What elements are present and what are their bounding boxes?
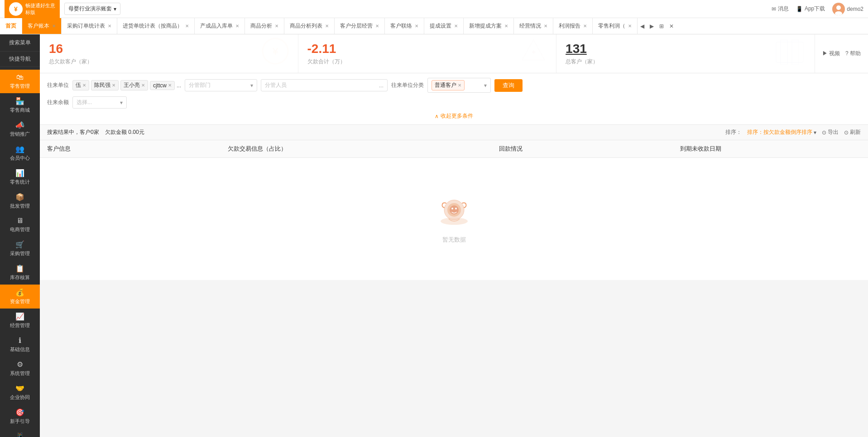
tab-close-icon[interactable]: ✕ xyxy=(275,24,278,28)
unit-tag-4-close[interactable]: ✕ xyxy=(168,83,172,88)
svg-rect-9 xyxy=(792,40,799,65)
purchase-mgmt-icon: 🛒 xyxy=(15,240,24,249)
tab-nav-close[interactable]: ✕ xyxy=(667,18,676,34)
sidebar-item-purchase-mgmt[interactable]: 🛒 采购管理 xyxy=(0,237,40,261)
tab-customer-book[interactable]: 客户账本 ✕ xyxy=(22,18,62,34)
tab-close-icon[interactable]: ✕ xyxy=(454,24,458,28)
sidebar-item-marketing[interactable]: 📣 营销推广 xyxy=(0,117,40,141)
unit-type-tag-close[interactable]: ✕ xyxy=(458,83,461,88)
sort-dropdown[interactable]: 排序：按欠款金额倒序排序 ▾ xyxy=(747,128,816,136)
content-area: ¥ 16 总欠款客户（家） ✦ -2.11 欠款合计（万） xyxy=(40,34,868,437)
unit-tag-1: 伍 ✕ xyxy=(72,80,89,90)
finance-mgmt-icon: 💰 xyxy=(15,288,24,297)
tab-close-icon[interactable]: ✕ xyxy=(583,24,587,28)
tab-product-analysis-list[interactable]: 商品分析列表 ✕ xyxy=(284,18,335,34)
tab-profit-report[interactable]: 利润报告 ✕ xyxy=(553,18,593,34)
filter-row-2: 往来余额 选择... ▾ xyxy=(47,96,861,109)
unit-type-arrow: ▾ xyxy=(484,82,487,89)
tab-new-promotion-plan[interactable]: 新增提成方案 ✕ xyxy=(464,18,514,34)
help-icon: ? xyxy=(845,50,849,57)
tab-close-icon[interactable]: ✕ xyxy=(504,24,508,28)
person-more-btn[interactable]: ... xyxy=(379,82,384,89)
sidebar-item-sys-mgmt[interactable]: ⚙ 系统管理 xyxy=(0,356,40,380)
sidebar-item-wholesale-mgmt[interactable]: 📦 批发管理 xyxy=(0,189,40,213)
sidebar-quick-nav[interactable]: 快捷导航 xyxy=(0,52,40,67)
refresh-icon: ⊙ xyxy=(844,129,849,136)
new-guide-icon: 🎯 xyxy=(15,408,24,417)
stat-credit-total-label: 欠款合计（万） xyxy=(307,58,345,66)
tab-nav-expand[interactable]: ⊞ xyxy=(657,18,667,34)
svg-point-14 xyxy=(451,208,453,209)
sidebar-item-ecommerce-mgmt[interactable]: 🖥 电商管理 xyxy=(0,213,40,237)
tab-product-stock[interactable]: 产成品入库单 ✕ xyxy=(195,18,245,34)
help-btn[interactable]: ? 帮助 xyxy=(845,50,861,57)
tab-close-icon[interactable]: ✕ xyxy=(235,24,239,28)
sidebar-item-app-center[interactable]: 📱 应用中心 xyxy=(0,428,40,437)
sys-mgmt-icon: ⚙ xyxy=(17,360,23,369)
retail-mall-icon: 🏪 xyxy=(15,97,24,105)
filter-row-1: 往来单位 伍 ✕ 陈民强 ✕ 王小亮 ✕ cjttcw xyxy=(47,78,861,93)
unit-type-label: 往来单位分类 xyxy=(391,81,424,89)
tab-close-icon[interactable]: ✕ xyxy=(325,24,329,28)
balance-dropdown[interactable]: 选择... ▾ xyxy=(72,96,127,109)
person-input[interactable]: 分管人员 ... xyxy=(261,79,388,91)
sidebar-item-retail-mgmt[interactable]: 🛍 零售管理 xyxy=(0,70,40,93)
sidebar-item-new-guide[interactable]: 🎯 新手引导 xyxy=(0,404,40,428)
logo-icon: ¥ xyxy=(9,2,23,16)
sidebar-item-enterprise-coop[interactable]: 🤝 企业协同 xyxy=(0,380,40,404)
stat-total-customers-value: 131 xyxy=(566,42,587,56)
tab-purchase-stats[interactable]: 进货单统计表（按商品） ✕ xyxy=(117,18,195,34)
tab-home[interactable]: 首页 xyxy=(0,18,22,34)
unit-tag-1-close[interactable]: ✕ xyxy=(82,83,86,88)
tab-close-icon[interactable]: ✕ xyxy=(628,24,632,28)
stat-bg-icon-3 xyxy=(774,38,806,70)
export-btn[interactable]: ⊙ 导出 xyxy=(822,128,839,136)
tab-close-icon[interactable]: ✕ xyxy=(52,24,56,28)
tab-operations[interactable]: 经营情况 ✕ xyxy=(514,18,553,34)
sidebar-item-ops-mgmt[interactable]: 📈 经营管理 xyxy=(0,309,40,332)
refresh-btn[interactable]: ⊙ 刷新 xyxy=(844,128,861,136)
tab-product-analysis[interactable]: 商品分析 ✕ xyxy=(245,18,284,34)
tab-close-icon[interactable]: ✕ xyxy=(544,24,547,28)
tab-retail-profit[interactable]: 零售利润（ ✕ xyxy=(593,18,638,34)
tab-purchase-order[interactable]: 采购订单统计表 ✕ xyxy=(62,18,117,34)
sidebar-item-inventory[interactable]: 📋 库存核算 xyxy=(0,261,40,285)
collapse-btn[interactable]: ∧ 收起更多条件 xyxy=(435,112,473,120)
tab-close-icon[interactable]: ✕ xyxy=(185,24,189,28)
more-tags-btn[interactable]: ... xyxy=(177,82,181,89)
result-bar: 搜索结果中，客户0家 欠款金额 0.00元 排序： 排序：按欠款金额倒序排序 ▾… xyxy=(40,125,868,140)
demo-select[interactable]: 母婴行业演示账套 ▾ xyxy=(64,3,120,15)
video-btn[interactable]: ▶ 视频 xyxy=(822,50,840,57)
tab-customer-contact[interactable]: 客户联络 ✕ xyxy=(385,18,424,34)
sidebar-search-menu[interactable]: 搜索菜单 xyxy=(0,34,40,52)
tab-promotion-settings[interactable]: 提成设置 ✕ xyxy=(424,18,464,34)
dept-dropdown-arrow: ▾ xyxy=(250,82,253,89)
inventory-icon: 📋 xyxy=(15,264,24,273)
video-help: ▶ 视频 ? 帮助 xyxy=(815,50,868,57)
tab-customer-tier[interactable]: 客户分层经营 ✕ xyxy=(335,18,385,34)
sidebar-item-member-center[interactable]: 👥 会员中心 xyxy=(0,141,40,165)
tab-nav-prev[interactable]: ◀ xyxy=(638,18,647,34)
unit-tag-2-close[interactable]: ✕ xyxy=(112,83,115,88)
dept-dropdown[interactable]: 分管部门 ▾ xyxy=(185,79,257,91)
stat-bg-icon-1: ¥ xyxy=(262,38,289,70)
sidebar-item-finance-mgmt[interactable]: 💰 资金管理 xyxy=(0,285,40,309)
retail-stats-icon: 📊 xyxy=(15,169,24,177)
message-btn[interactable]: ✉ 消息 xyxy=(772,5,789,13)
sidebar-item-basic-info[interactable]: ℹ 基础信息 xyxy=(0,332,40,356)
unit-tag-3-close[interactable]: ✕ xyxy=(141,83,145,88)
unit-type-dropdown[interactable]: 普通客户 ✕ ▾ xyxy=(427,78,491,93)
sidebar-item-retail-stats[interactable]: 📊 零售统计 xyxy=(0,165,40,189)
tab-close-icon[interactable]: ✕ xyxy=(375,24,379,28)
tab-close-icon[interactable]: ✕ xyxy=(415,24,418,28)
sidebar-item-retail-mall[interactable]: 🏪 零售商城 xyxy=(0,93,40,117)
tab-close-icon[interactable]: ✕ xyxy=(108,24,111,28)
empty-icon xyxy=(436,194,472,230)
wholesale-mgmt-icon: 📦 xyxy=(15,193,24,201)
stat-bg-icon-2: ✦ xyxy=(520,38,547,70)
user-avatar[interactable]: demo2 xyxy=(832,3,863,15)
tab-nav-next[interactable]: ▶ xyxy=(647,18,657,34)
query-button[interactable]: 查询 xyxy=(494,79,523,92)
logo-area: ¥ 畅捷通好生意 标版 xyxy=(5,0,60,18)
app-download-btn[interactable]: 📱 App下载 xyxy=(796,5,825,13)
